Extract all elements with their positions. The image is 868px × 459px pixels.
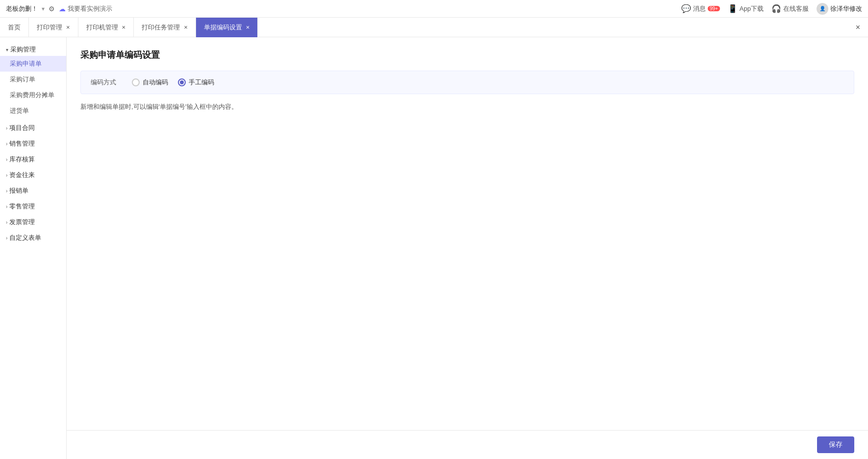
sidebar-group-retail-label: 零售管理 <box>9 202 35 211</box>
radio-manual-label: 手工编码 <box>189 78 214 87</box>
chevron-right-icon-invoice: › <box>6 220 7 225</box>
content-footer: 保存 <box>67 430 868 459</box>
sidebar-group-inventory-label: 库存核算 <box>9 155 35 164</box>
radio-auto-label: 自动编码 <box>143 78 168 87</box>
sidebar-group-invoice: › 发票管理 <box>0 214 66 229</box>
tab-printer-management[interactable]: 打印机管理 × <box>78 18 134 37</box>
sidebar-group-expense: › 报销单 <box>0 182 66 197</box>
tab-home[interactable]: 首页 <box>0 18 29 37</box>
sidebar-group-inventory-header[interactable]: › 库存核算 <box>0 151 66 166</box>
sidebar-group-invoice-label: 发票管理 <box>9 218 35 227</box>
sidebar-item-stock-in[interactable]: 进货单 <box>0 103 66 119</box>
chevron-right-icon-inventory: › <box>6 157 7 162</box>
chevron-right-icon-fund: › <box>6 173 7 178</box>
sidebar-group-custom-label: 自定义表单 <box>9 233 41 242</box>
main-layout: ▾ 采购管理 采购申请单 采购订单 采购费用分摊单 进货单 › 项目合同 <box>0 37 868 459</box>
sidebar-item-stock-in-label: 进货单 <box>10 107 29 114</box>
tab-printer-management-label: 打印机管理 <box>86 23 118 32</box>
message-action[interactable]: 💬 消息 99+ <box>681 4 720 13</box>
save-button[interactable]: 保存 <box>817 436 854 453</box>
top-bar-right: 💬 消息 99+ 📱 App下载 🎧 在线客服 👤 徐泽华修改 <box>681 3 862 15</box>
message-icon: 💬 <box>681 4 691 13</box>
chevron-right-icon-retail: › <box>6 204 7 209</box>
sidebar-group-project-label: 项目合同 <box>9 124 35 132</box>
brand-text: 老板勿删！ <box>6 4 38 13</box>
sidebar-group-project: › 项目合同 <box>0 120 66 134</box>
sidebar-item-purchase-order-label: 采购订单 <box>10 76 35 83</box>
sidebar-group-sales: › 销售管理 <box>0 135 66 150</box>
app-download-icon: 📱 <box>728 4 738 13</box>
tab-home-label: 首页 <box>8 23 21 32</box>
tab-print-management-close[interactable]: × <box>66 24 70 31</box>
sidebar-item-purchase-request-label: 采购申请单 <box>10 60 42 67</box>
tab-print-task[interactable]: 打印任务管理 × <box>134 18 196 37</box>
message-label: 消息 <box>693 4 706 13</box>
sidebar-group-purchase: ▾ 采购管理 采购申请单 采购订单 采购费用分摊单 进货单 <box>0 41 66 119</box>
tab-print-task-close[interactable]: × <box>184 24 188 31</box>
chevron-right-icon-expense: › <box>6 188 7 194</box>
app-download-action[interactable]: 📱 App下载 <box>728 4 764 13</box>
radio-manual-circle <box>178 78 186 86</box>
message-badge: 99+ <box>708 6 720 11</box>
sidebar-group-sales-header[interactable]: › 销售管理 <box>0 135 66 150</box>
tab-encoding-settings-label: 单据编码设置 <box>204 23 242 32</box>
app-download-label: App下载 <box>740 4 764 13</box>
sidebar-group-custom-header[interactable]: › 自定义表单 <box>0 230 66 244</box>
gear-icon[interactable]: ⚙ <box>49 5 55 13</box>
content-inner: 采购申请单编码设置 编码方式 自动编码 手工编码 新增和编辑单据时,可以编辑'单… <box>67 37 868 430</box>
sidebar: ▾ 采购管理 采购申请单 采购订单 采购费用分摊单 进货单 › 项目合同 <box>0 37 67 459</box>
sidebar-group-project-header[interactable]: › 项目合同 <box>0 120 66 134</box>
avatar: 👤 <box>817 3 828 15</box>
sidebar-item-purchase-expense[interactable]: 采购费用分摊单 <box>0 87 66 103</box>
sidebar-item-purchase-request[interactable]: 采购申请单 <box>0 56 66 72</box>
hint-text: 新增和编辑单据时,可以编辑'单据编号'输入框中的内容。 <box>80 102 854 112</box>
encoding-section: 编码方式 自动编码 手工编码 <box>80 71 854 94</box>
tab-printer-management-close[interactable]: × <box>122 24 126 31</box>
page-close-btn[interactable]: × <box>848 23 868 32</box>
radio-group: 自动编码 手工编码 <box>132 78 214 87</box>
chevron-right-icon-project: › <box>6 126 7 131</box>
sidebar-group-fund-label: 资金往来 <box>9 171 35 179</box>
sidebar-group-expense-header[interactable]: › 报销单 <box>0 182 66 197</box>
tab-print-management[interactable]: 打印管理 × <box>29 18 78 37</box>
user-name: 徐泽华修改 <box>830 4 862 13</box>
brand-chevron-icon[interactable]: ▾ <box>42 5 45 12</box>
sidebar-group-custom: › 自定义表单 <box>0 230 66 244</box>
demo-text: 我要看实例演示 <box>68 4 112 13</box>
sidebar-item-purchase-expense-label: 采购费用分摊单 <box>10 91 54 99</box>
sidebar-group-sales-label: 销售管理 <box>9 139 35 148</box>
sidebar-group-retail-header[interactable]: › 零售管理 <box>0 198 66 213</box>
encoding-label: 编码方式 <box>91 78 116 87</box>
sidebar-group-fund: › 资金往来 <box>0 167 66 181</box>
sidebar-group-purchase-header[interactable]: ▾ 采购管理 <box>0 41 66 56</box>
chevron-right-icon-custom: › <box>6 235 7 241</box>
radio-manual[interactable]: 手工编码 <box>178 78 214 87</box>
sidebar-group-expense-label: 报销单 <box>9 186 28 195</box>
tab-encoding-settings-close[interactable]: × <box>246 24 250 31</box>
top-bar: 老板勿删！ ▾ ⚙ ☁ 我要看实例演示 💬 消息 99+ 📱 App下载 🎧 在… <box>0 0 868 18</box>
sidebar-group-inventory: › 库存核算 <box>0 151 66 166</box>
tab-print-management-label: 打印管理 <box>37 23 62 32</box>
content-area: 采购申请单编码设置 编码方式 自动编码 手工编码 新增和编辑单据时,可以编辑'单… <box>67 37 868 459</box>
sidebar-group-retail: › 零售管理 <box>0 198 66 213</box>
sidebar-group-invoice-header[interactable]: › 发票管理 <box>0 214 66 229</box>
top-bar-left: 老板勿删！ ▾ ⚙ ☁ 我要看实例演示 <box>6 4 112 13</box>
tab-encoding-settings[interactable]: 单据编码设置 × <box>196 18 258 37</box>
chevron-right-icon-sales: › <box>6 141 7 147</box>
radio-auto[interactable]: 自动编码 <box>132 78 168 87</box>
online-support-label: 在线客服 <box>783 4 809 13</box>
page-title: 采购申请单编码设置 <box>80 49 854 61</box>
online-support-action[interactable]: 🎧 在线客服 <box>771 4 809 13</box>
tab-bar: 首页 打印管理 × 打印机管理 × 打印任务管理 × 单据编码设置 × × <box>0 18 868 37</box>
headset-icon: 🎧 <box>771 4 781 13</box>
radio-auto-circle <box>132 78 140 86</box>
chevron-down-icon: ▾ <box>6 47 8 52</box>
sidebar-item-purchase-order[interactable]: 采购订单 <box>0 72 66 87</box>
tab-print-task-label: 打印任务管理 <box>142 23 180 32</box>
sidebar-group-purchase-label: 采购管理 <box>10 45 36 54</box>
demo-link[interactable]: ☁ 我要看实例演示 <box>59 4 112 13</box>
user-info[interactable]: 👤 徐泽华修改 <box>817 3 862 15</box>
demo-icon: ☁ <box>59 5 66 13</box>
sidebar-group-fund-header[interactable]: › 资金往来 <box>0 167 66 181</box>
